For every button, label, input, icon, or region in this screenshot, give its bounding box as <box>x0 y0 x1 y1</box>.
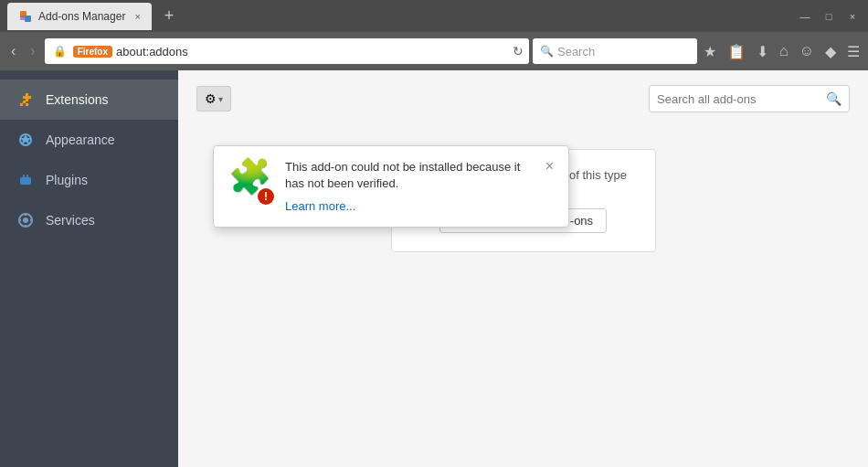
title-bar: Add-ons Manager × + — □ × <box>0 0 868 32</box>
firefox-badge: Firefox <box>73 46 112 58</box>
gear-button[interactable]: ⚙ ▾ <box>196 86 231 111</box>
minimize-button[interactable]: — <box>797 8 813 25</box>
content-area: ⚙ ▾ 🔍 You don't have any add-ons of this… <box>178 70 868 467</box>
active-tab[interactable]: Add-ons Manager × <box>7 3 152 30</box>
downloads-icon[interactable]: ⬇ <box>754 40 771 63</box>
notification-icon-wrap: 🧩 ! <box>228 159 274 205</box>
tab-close-btn[interactable]: × <box>134 11 140 22</box>
search-addons-button[interactable]: 🔍 <box>826 91 842 106</box>
lock-icon: 🔒 <box>50 42 69 60</box>
title-bar-left: Add-ons Manager × + <box>7 3 179 30</box>
svg-rect-4 <box>20 177 31 185</box>
sidebar-item-appearance-label: Appearance <box>46 133 115 147</box>
tab-title: Add-ons Manager <box>38 10 125 23</box>
notification-learn-more-link[interactable]: Learn more... <box>285 199 355 213</box>
sidebar-item-services[interactable]: Services <box>0 200 178 240</box>
svg-rect-1 <box>25 16 31 22</box>
pocket-icon[interactable]: ◆ <box>822 40 839 63</box>
notification-body: This add-on could not be installed becau… <box>285 159 535 214</box>
plugins-icon <box>15 169 37 191</box>
emoji-icon[interactable]: ☺ <box>797 40 817 62</box>
address-text: about:addons <box>116 45 509 58</box>
maximize-button[interactable]: □ <box>820 8 837 25</box>
sidebar: Extensions Appearance Plugins <box>0 70 178 467</box>
error-badge: ! <box>258 188 274 205</box>
notification-popup: 🧩 ! This add-on could not be installed b… <box>213 145 569 228</box>
menu-icon[interactable]: ☰ <box>844 40 863 63</box>
gear-icon: ⚙ <box>205 91 217 106</box>
nav-search-icon: 🔍 <box>540 45 554 58</box>
main-layout: Extensions Appearance Plugins <box>0 70 868 467</box>
svg-rect-5 <box>23 175 25 178</box>
sidebar-item-plugins-label: Plugins <box>46 173 88 187</box>
notification-message: This add-on could not be installed becau… <box>285 159 535 192</box>
close-button[interactable]: × <box>844 8 861 25</box>
sidebar-item-appearance[interactable]: Appearance <box>0 120 178 160</box>
content-toolbar: ⚙ ▾ 🔍 <box>196 85 850 112</box>
tab-icon <box>18 9 33 24</box>
new-tab-button[interactable]: + <box>159 6 180 26</box>
nav-extra-icons: ★ 📋 ⬇ ⌂ ☺ ◆ ☰ <box>701 40 863 63</box>
window-controls: — □ × <box>797 8 861 25</box>
reading-list-icon[interactable]: 📋 <box>725 40 748 63</box>
address-bar[interactable]: 🔒 Firefox about:addons ↻ <box>45 38 529 64</box>
nav-search-placeholder: Search <box>557 45 595 58</box>
home-icon[interactable]: ⌂ <box>777 40 791 62</box>
svg-rect-6 <box>26 175 28 178</box>
sidebar-item-services-label: Services <box>46 213 95 228</box>
forward-button[interactable]: › <box>25 39 40 63</box>
refresh-button[interactable]: ↻ <box>513 44 524 58</box>
notification-close-button[interactable]: × <box>545 159 554 174</box>
svg-rect-2 <box>20 16 25 20</box>
bookmarks-icon[interactable]: ★ <box>701 40 719 63</box>
sidebar-item-extensions-label: Extensions <box>46 92 108 107</box>
search-addons-bar[interactable]: 🔍 <box>649 85 850 112</box>
back-button[interactable]: ‹ <box>5 39 21 63</box>
nav-bar: ‹ › 🔒 Firefox about:addons ↻ 🔍 Search ★ … <box>0 32 868 70</box>
appearance-icon <box>15 129 37 151</box>
svg-point-8 <box>23 218 28 223</box>
nav-search-bar[interactable]: 🔍 Search <box>533 38 697 64</box>
sidebar-item-extensions[interactable]: Extensions <box>0 80 178 120</box>
search-addons-input[interactable] <box>657 92 826 106</box>
extensions-icon <box>15 89 37 111</box>
gear-caret-icon: ▾ <box>218 94 223 104</box>
services-icon <box>15 209 37 231</box>
sidebar-item-plugins[interactable]: Plugins <box>0 160 178 200</box>
